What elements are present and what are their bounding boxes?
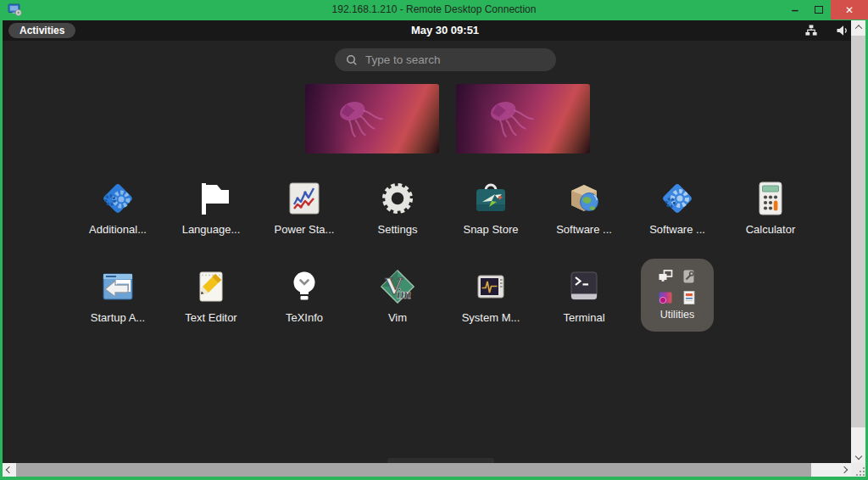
app-label: Startup A... (91, 311, 145, 324)
chevron-left-icon (6, 466, 13, 473)
app-grid-row-2: Startup A... Text Editor (71, 266, 631, 324)
snap-store-icon (470, 178, 511, 219)
svg-text:im: im (397, 287, 411, 301)
terminal-icon (564, 266, 604, 307)
app-label: Text Editor (185, 311, 236, 324)
app-software-properties[interactable]: Software ... (631, 178, 724, 236)
app-settings[interactable]: Settings (351, 178, 444, 236)
minimize-button[interactable]: – (785, 0, 805, 20)
workspace-thumbnail-2[interactable] (456, 84, 590, 153)
settings-gear-icon (377, 178, 418, 219)
resize-grip-dots-icon (855, 466, 865, 477)
search-icon (346, 54, 358, 66)
app-terminal[interactable]: Terminal (537, 266, 631, 324)
search-bar[interactable] (335, 48, 556, 71)
texinfo-lightbulb-icon (284, 266, 325, 307)
clock-button[interactable]: May 30 09:51 (411, 20, 479, 41)
volume-icon[interactable] (835, 24, 849, 37)
software-updater-box-globe-icon (564, 178, 604, 219)
vim-icon: V im (377, 266, 418, 307)
calculator-icon (750, 178, 791, 219)
scroll-down-button[interactable] (851, 449, 865, 463)
resize-grip[interactable] (851, 463, 865, 477)
disk-utility-icon (681, 268, 698, 285)
chevron-up-icon (854, 25, 861, 31)
app-label: System M... (462, 311, 520, 324)
image-viewer-icon (657, 289, 674, 306)
app-label: Calculator (746, 223, 796, 236)
rdp-window: 192.168.1.210 - Remote Desktop Connectio… (0, 0, 868, 480)
app-folder-utilities[interactable]: Utilities (641, 259, 714, 332)
system-monitor-icon (470, 266, 511, 307)
app-snap-store[interactable]: Snap Store (444, 178, 537, 236)
power-statistics-icon (284, 178, 325, 219)
scroll-right-button[interactable] (837, 463, 851, 477)
network-workgroup-icon[interactable] (804, 24, 818, 37)
scroll-left-button[interactable] (3, 463, 16, 477)
app-software-updater[interactable]: Software ... (537, 178, 631, 236)
app-startup-applications[interactable]: Startup A... (71, 266, 164, 324)
app-label: Software ... (556, 223, 612, 236)
language-support-icon (191, 178, 231, 219)
folder-label: Utilities (660, 309, 694, 321)
app-label: Software ... (649, 223, 705, 236)
rdp-titlebar[interactable]: 192.168.1.210 - Remote Desktop Connectio… (0, 0, 868, 20)
app-grid-row-1: Additional... Language... Power Sta... (71, 178, 817, 236)
jellyfish-wallpaper-art (327, 85, 408, 153)
maximize-button[interactable] (809, 0, 829, 20)
maximize-box-glyph (815, 6, 823, 14)
app-vim[interactable]: V im Vim (351, 266, 444, 324)
app-additional-drivers[interactable]: Additional... (71, 178, 164, 236)
vertical-scrollbar[interactable] (851, 20, 865, 463)
app-label: Snap Store (463, 223, 518, 236)
folder-preview-grid (657, 268, 698, 306)
window-title: 192.168.1.210 - Remote Desktop Connectio… (0, 0, 868, 20)
scroll-up-button[interactable] (851, 20, 865, 34)
app-system-monitor[interactable]: System M... (444, 266, 537, 324)
horizontal-scrollbar[interactable] (3, 463, 851, 477)
startup-applications-icon (97, 266, 138, 307)
gnome-top-bar: Activities May 30 09:51 (3, 20, 851, 41)
jellyfish-wallpaper-art (478, 85, 559, 153)
search-input[interactable] (364, 53, 548, 67)
activities-button[interactable]: Activities (8, 23, 75, 38)
app-texinfo[interactable]: TeXInfo (258, 266, 351, 324)
app-calculator[interactable]: Calculator (724, 178, 817, 236)
software-properties-diamond-gear-icon (657, 178, 698, 219)
document-icon (681, 289, 698, 306)
app-power-statistics[interactable]: Power Sta... (258, 178, 351, 236)
text-editor-icon (191, 266, 231, 307)
app-text-editor[interactable]: Text Editor (164, 266, 258, 324)
app-language-support[interactable]: Language... (164, 178, 258, 236)
chevron-right-icon (841, 466, 848, 473)
workspace-thumbnail-1[interactable] (305, 84, 439, 153)
remote-viewer-icon (657, 268, 674, 285)
chevron-down-icon (854, 453, 861, 460)
horizontal-scrollbar-thumb[interactable] (16, 463, 811, 477)
app-label: TeXInfo (286, 311, 323, 324)
app-label: Power Sta... (275, 223, 335, 236)
app-label: Additional... (89, 223, 147, 236)
remote-desktop-viewport: Activities May 30 09:51 (3, 20, 851, 463)
vertical-scrollbar-thumb[interactable] (851, 36, 865, 427)
app-label: Language... (182, 223, 241, 236)
app-label: Terminal (563, 311, 604, 324)
app-label: Vim (388, 311, 407, 324)
close-button[interactable]: ✕ (831, 0, 868, 20)
app-label: Settings (378, 223, 418, 236)
additional-drivers-icon (97, 178, 138, 219)
